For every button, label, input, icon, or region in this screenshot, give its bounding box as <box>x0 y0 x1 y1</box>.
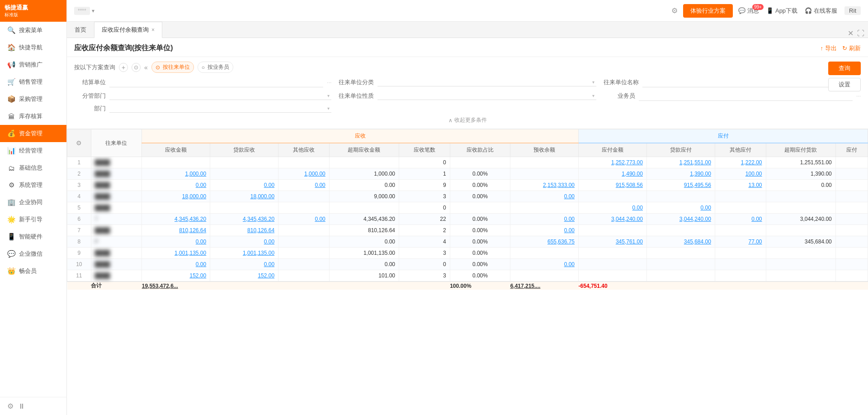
table-cell[interactable]: 3,044,240.00 <box>579 214 647 225</box>
table-cell[interactable]: 4,345,436.20 <box>142 214 210 225</box>
table-cell[interactable]: 1,490.00 <box>579 168 647 180</box>
table-cell[interactable]: 810,126.64 <box>210 225 278 236</box>
table-cell[interactable]: 152.00 <box>142 270 210 282</box>
table-cell[interactable]: 1,001,135.00 <box>210 248 278 259</box>
table-cell[interactable]: 100.00 <box>715 168 766 180</box>
table-cell[interactable]: 1,222.00 <box>715 157 766 168</box>
table-cell[interactable]: 18,000.00 <box>210 191 278 202</box>
settings-footer-icon[interactable]: ⚙ <box>7 402 14 410</box>
sidebar-item-hardware[interactable]: 📱 智能硬件 <box>0 228 66 245</box>
footer-ar-amount[interactable]: 19,553,472,6... <box>142 281 210 290</box>
breadcrumb-chevron[interactable]: ▾ <box>92 8 94 14</box>
unit-category-select[interactable]: ▾ <box>377 78 596 86</box>
table-cell[interactable]: 0.00 <box>646 202 715 214</box>
table-cell[interactable]: 0.00 <box>579 202 647 214</box>
table-cell[interactable]: 1,252,773.00 <box>579 157 647 168</box>
table-cell[interactable]: 915,508.56 <box>579 180 647 191</box>
table-cell[interactable]: 0.00 <box>715 214 766 225</box>
table-cell[interactable]: 0.00 <box>278 214 330 225</box>
tab-home[interactable]: 首页 <box>67 22 94 38</box>
sidebar-item-sales[interactable]: 🛒 销售管理 <box>0 73 66 91</box>
table-cell[interactable]: 915,495.56 <box>646 180 715 191</box>
filter-collapse-icon[interactable]: « <box>144 64 148 71</box>
refresh-button[interactable]: ↻ 刷新 <box>842 44 861 52</box>
topbar-gear-icon[interactable]: ⚙ <box>671 6 678 15</box>
table-cell[interactable]: 0.00 <box>210 259 278 270</box>
settlement-dots-icon[interactable]: ··· <box>327 79 331 86</box>
table-container[interactable]: ⚙ 往来单位 应收 应付 应收金额 贷款应收 其他应收 超期应收金额 应收笔数 … <box>67 129 868 415</box>
table-cell[interactable]: 1,390.00 <box>646 168 715 180</box>
th-settings[interactable]: ⚙ <box>67 129 91 157</box>
topbar-app[interactable]: 📱 App下载 <box>766 7 797 15</box>
table-cell[interactable]: 810,126.64 <box>142 225 210 236</box>
sidebar-item-finance[interactable]: 💰 资金管理 <box>0 125 66 142</box>
table-cell[interactable]: 0.00 <box>142 236 210 248</box>
table-cell[interactable]: 2,153,333.00 <box>510 180 579 191</box>
sidebar-item-inventory[interactable]: 🏛 库存核算 <box>0 108 66 125</box>
table-cell[interactable]: 0.00 <box>142 259 210 270</box>
th-ar-ratio: 应收款占比 <box>450 143 510 157</box>
filter-scheme-by-unit[interactable]: ⊙ 按往来单位 <box>151 62 194 73</box>
filter-container: 按以下方案查询 + ⊙ « ⊙ 按往来单位 ○ 按业务员 <box>67 57 868 129</box>
sidebar-item-enterprise[interactable]: 🏢 企业协同 <box>0 194 66 211</box>
table-cell[interactable]: 345,761.00 <box>579 236 647 248</box>
table-cell[interactable]: 1,001,135.00 <box>142 248 210 259</box>
salesman-input[interactable] <box>639 91 853 101</box>
table-cell[interactable]: 1,251,551.00 <box>646 157 715 168</box>
tab-close-icon[interactable]: × <box>151 27 155 33</box>
expand-window-icon[interactable]: ⛶ <box>857 29 864 38</box>
table-cell[interactable]: 345,684.00 <box>646 236 715 248</box>
export-button[interactable]: ↑ 导出 <box>821 44 837 52</box>
table-cell[interactable]: 1,000.00 <box>278 168 330 180</box>
close-window-icon[interactable]: ✕ <box>848 29 854 38</box>
table-cell[interactable]: 152.00 <box>210 270 278 282</box>
filter-scheme-button[interactable]: ⊙ <box>132 63 141 72</box>
filter-scheme-by-staff[interactable]: ○ 按业务员 <box>198 62 233 73</box>
table-cell[interactable]: 0.00 <box>510 225 579 236</box>
table-cell[interactable]: 77.00 <box>715 236 766 248</box>
footer-ar-advance[interactable]: 6,417,215.... <box>510 281 579 290</box>
table-cell[interactable]: 18,000.00 <box>142 191 210 202</box>
collapse-footer-icon[interactable]: ⏸ <box>18 402 25 410</box>
unit-nature-select[interactable]: ▾ <box>377 92 596 100</box>
table-cell[interactable]: 0.00 <box>142 180 210 191</box>
tab-arbalance[interactable]: 应收应付余额查询 × <box>94 22 162 38</box>
table-cell[interactable]: 0.00 <box>510 259 579 270</box>
sidebar-item-wechat[interactable]: 💬 企业微信 <box>0 245 66 262</box>
sidebar-item-basic[interactable]: 🗂 基础信息 <box>0 159 66 176</box>
table-cell: 11 <box>67 270 91 282</box>
table-cell[interactable]: 0.00 <box>210 180 278 191</box>
collapse-more-button[interactable]: ∧ 收起更多条件 <box>448 116 487 124</box>
salesman-dots-icon[interactable]: ··· <box>856 93 861 99</box>
topbar-msg[interactable]: 💬 消息 99+ <box>738 7 759 15</box>
table-cell[interactable]: 3,044,240.00 <box>646 214 715 225</box>
table-cell[interactable]: 4,345,436.20 <box>210 214 278 225</box>
table-cell[interactable]: 13.00 <box>715 180 766 191</box>
topbar-service[interactable]: 🎧 在线客服 <box>805 7 837 15</box>
table-cell[interactable]: 655,636.75 <box>510 236 579 248</box>
query-button[interactable]: 查询 <box>828 62 861 75</box>
topbar-user[interactable]: Rit <box>844 6 861 15</box>
sidebar-item-member[interactable]: 👑 畅会员 <box>0 262 66 280</box>
sidebar-item-search[interactable]: 🔍 搜索菜单 <box>0 22 66 39</box>
sidebar-item-operations[interactable]: 📊 经营管理 <box>0 142 66 159</box>
sidebar-item-marketing[interactable]: 📢 营销推广 <box>0 56 66 73</box>
scheme-unit-label: 按往来单位 <box>163 63 190 71</box>
table-cell[interactable]: 1,000.00 <box>142 168 210 180</box>
scheme-button[interactable]: 体验行业方案 <box>683 4 733 18</box>
table-cell[interactable]: 0.00 <box>210 236 278 248</box>
table-settings-icon[interactable]: ⚙ <box>76 139 82 147</box>
sidebar-item-quicknav[interactable]: 🏠 快捷导航 <box>0 39 66 56</box>
sidebar-item-guide[interactable]: 🌟 新手引导 <box>0 211 66 228</box>
sidebar-item-purchase[interactable]: 📦 采购管理 <box>0 91 66 108</box>
dept-manage-select[interactable]: ▾ <box>109 92 331 100</box>
table-cell[interactable]: 0.00 <box>278 180 330 191</box>
page-header: 应收应付余额查询(按往来单位) ↑ 导出 ↻ 刷新 <box>67 38 868 57</box>
filter-add-button[interactable]: + <box>119 63 128 72</box>
settlement-unit-input[interactable] <box>109 77 323 87</box>
sidebar-item-system[interactable]: ⚙ 系统管理 <box>0 176 66 194</box>
set-button[interactable]: 设置 <box>828 78 861 91</box>
table-cell[interactable]: 0.00 <box>510 214 579 225</box>
table-cell[interactable]: 0.00 <box>510 191 579 202</box>
dept-select[interactable]: ▾ <box>109 105 331 113</box>
